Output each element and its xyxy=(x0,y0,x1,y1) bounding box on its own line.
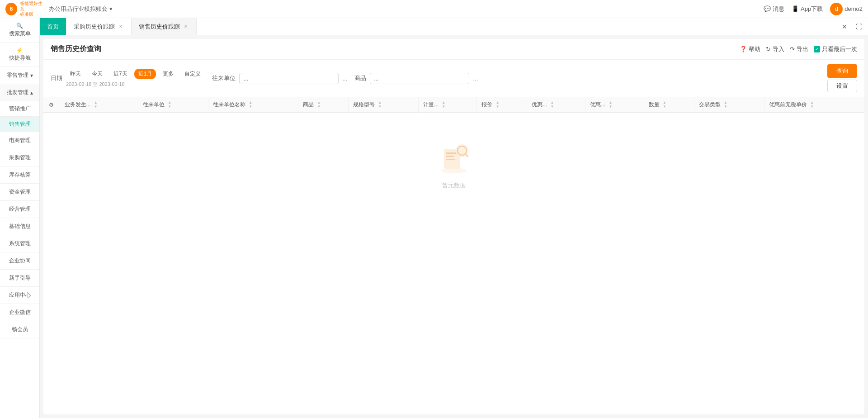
partner-filter-dots[interactable]: ... xyxy=(342,75,347,82)
sidebar-item-ecommerce[interactable]: 电商管理 xyxy=(0,132,39,149)
th-quote[interactable]: 报价 ▲ ▼ xyxy=(477,97,527,113)
tab-purchase-history[interactable]: 采购历史价跟踪 ✕ xyxy=(66,18,132,35)
sidebar-item-marketing[interactable]: 营销推广 xyxy=(0,101,39,117)
sidebar-item-basic-info[interactable]: 基础信息 xyxy=(0,218,39,235)
top-header: 6 畅捷通好生意 标准版 办公用品行业模拟账套 ▾ 💬 消息 📱 App下载 d… xyxy=(0,0,868,18)
sidebar-item-purchase[interactable]: 采购管理 xyxy=(0,149,39,166)
th-qty[interactable]: 数量 ▲ ▼ xyxy=(644,97,694,113)
th-unit[interactable]: 计量... ▲ ▼ xyxy=(419,97,477,113)
svg-rect-4 xyxy=(446,159,455,160)
page-header: 销售历史价查询 ❓ 帮助 ↻ 导入 ↷ 导出 ✓ xyxy=(43,39,864,60)
shortcuts-icon: ⚡ xyxy=(16,47,23,53)
tab-sales-history-close[interactable]: ✕ xyxy=(183,24,189,30)
sort-arrows-qty: ▲ ▼ xyxy=(663,101,666,109)
sidebar-item-shortcuts-label: 快捷导航 xyxy=(9,54,31,62)
user-action[interactable]: d demo2 xyxy=(830,3,863,15)
sidebar-item-enterprise[interactable]: 企业协同 xyxy=(0,252,39,270)
sidebar-item-search[interactable]: 🔍 搜索菜单 xyxy=(0,18,39,43)
export-button[interactable]: ↷ 导出 xyxy=(790,45,808,53)
export-label: 导出 xyxy=(797,45,808,53)
header-right: 💬 消息 📱 App下载 d demo2 xyxy=(764,3,863,15)
sidebar-item-operations-label: 经营管理 xyxy=(9,205,31,213)
partner-filter-input[interactable] xyxy=(239,73,339,84)
th-discount2[interactable]: 优惠... ▲ ▼ xyxy=(585,97,644,113)
tab-home[interactable]: 首页 xyxy=(40,18,66,35)
logo-icon: 6 xyxy=(5,3,17,15)
sidebar-item-purchase-label: 采购管理 xyxy=(9,154,31,162)
sidebar-item-enterprise-label: 企业协同 xyxy=(9,257,31,265)
help-label: 帮助 xyxy=(749,45,760,53)
sort-arrows-unit: ▲ ▼ xyxy=(442,101,445,109)
th-product[interactable]: 商品 ▲ ▼ xyxy=(298,97,349,113)
date-btn-more[interactable]: 更多 xyxy=(159,69,178,79)
sort-arrows-quote: ▲ ▼ xyxy=(496,101,500,109)
search-icon: 🔍 xyxy=(16,23,23,29)
sidebar-item-sales-mgmt[interactable]: 销售管理 xyxy=(0,117,39,132)
sidebar-item-guide[interactable]: 新手引导 xyxy=(0,270,39,287)
sidebar-item-operations[interactable]: 经营管理 xyxy=(0,201,39,218)
th-trade-type[interactable]: 交易类型 ▲ ▼ xyxy=(694,97,764,113)
sidebar-item-retail[interactable]: 零售管理 ▾ xyxy=(0,67,39,84)
wholesale-arrow-icon: ▴ xyxy=(30,90,33,96)
tab-purchase-history-label: 采购历史价跟踪 xyxy=(74,23,115,31)
th-spec[interactable]: 规格型号 ▲ ▼ xyxy=(349,97,419,113)
product-filter-input[interactable] xyxy=(370,73,469,84)
message-action[interactable]: 💬 消息 xyxy=(764,5,784,13)
tab-purchase-history-close[interactable]: ✕ xyxy=(118,24,124,30)
sidebar-item-finance[interactable]: 资金管理 xyxy=(0,184,39,201)
date-btn-today[interactable]: 今天 xyxy=(88,69,107,79)
import-button[interactable]: ↻ 导入 xyxy=(766,45,784,53)
main-layout: 🔍 搜索菜单 ⚡ 快捷导航 零售管理 ▾ 批发管理 ▴ 营销推广 销售管理 电商… xyxy=(0,18,868,418)
table-header-row: ⚙ 业务发生... ▲ ▼ 往来单位 xyxy=(43,97,864,113)
sidebar-item-system[interactable]: 系统管理 xyxy=(0,235,39,252)
date-range-text: 2023-02-18 至 2023-03-18 xyxy=(66,81,205,88)
breadcrumb-selector[interactable]: 办公用品行业模拟账套 ▾ xyxy=(49,5,113,13)
sidebar-item-app-center[interactable]: 应用中心 xyxy=(0,287,39,304)
date-btn-1month[interactable]: 近1月 xyxy=(134,69,156,79)
svg-rect-2 xyxy=(446,152,457,154)
empty-text: 暂元数据 xyxy=(442,181,466,190)
sidebar-item-shortcuts[interactable]: ⚡ 快捷导航 xyxy=(0,43,39,67)
settings-button[interactable]: 设置 xyxy=(827,80,857,92)
tab-bar: 首页 采购历史价跟踪 ✕ 销售历史价跟踪 ✕ ✕ ⛶ xyxy=(40,18,868,35)
sidebar-item-sales-mgmt-label: 销售管理 xyxy=(9,121,31,127)
product-filter-dots[interactable]: ... xyxy=(473,75,478,82)
sort-arrows-discount1: ▲ ▼ xyxy=(551,101,554,109)
sidebar-item-marketing-label: 营销推广 xyxy=(9,105,31,112)
th-gear[interactable]: ⚙ xyxy=(43,97,60,113)
th-biz-date[interactable]: 业务发生... ▲ ▼ xyxy=(60,97,138,113)
query-button[interactable]: 查询 xyxy=(827,64,857,78)
sidebar-item-inventory[interactable]: 库存核算 xyxy=(0,166,39,184)
tab-close-all-button[interactable]: ✕ xyxy=(839,21,850,32)
breadcrumb-text: 办公用品行业模拟账套 xyxy=(49,5,108,13)
partner-filter-group: 往来单位 ... xyxy=(212,73,347,84)
message-icon: 💬 xyxy=(764,5,771,12)
tab-bar-actions: ✕ ⛶ xyxy=(839,21,868,32)
date-btn-7days[interactable]: 近7天 xyxy=(109,69,132,79)
sidebar-item-wechat-label: 企业微信 xyxy=(9,309,31,316)
last-only-checkbox[interactable]: ✓ 只看最后一次 xyxy=(814,45,857,53)
breadcrumb-arrow-icon: ▾ xyxy=(109,5,113,12)
th-pre-tax-price[interactable]: 优惠前无税单价 ▲ ▼ xyxy=(764,97,864,113)
date-btn-yesterday[interactable]: 昨天 xyxy=(66,69,85,79)
th-discount1[interactable]: 优惠... ▲ ▼ xyxy=(527,97,585,113)
sidebar-item-member[interactable]: 畅会员 xyxy=(0,321,39,338)
date-filter-buttons: 昨天 今天 近7天 近1月 更多 自定义 xyxy=(66,69,205,79)
help-button[interactable]: ❓ 帮助 xyxy=(740,45,760,53)
logo-text: 畅捷通好生意 标准版 xyxy=(20,1,45,17)
date-btn-custom[interactable]: 自定义 xyxy=(180,69,205,79)
tab-expand-button[interactable]: ⛶ xyxy=(854,21,864,32)
app-download-action[interactable]: 📱 App下载 xyxy=(792,5,823,13)
sidebar-item-wholesale[interactable]: 批发管理 ▴ xyxy=(0,84,39,101)
user-name: demo2 xyxy=(844,5,863,12)
sort-arrows-partner-name: ▲ ▼ xyxy=(249,101,252,109)
partner-filter-label: 往来单位 xyxy=(212,74,236,82)
tab-sales-history[interactable]: 销售历史价跟踪 ✕ xyxy=(132,18,197,35)
th-partner-code[interactable]: 往来单位 ▲ ▼ xyxy=(138,97,208,113)
help-icon: ❓ xyxy=(740,46,747,52)
date-filter-label: 日期 xyxy=(51,74,62,82)
checkbox-checked-icon: ✓ xyxy=(814,46,820,52)
sidebar-item-wechat[interactable]: 企业微信 xyxy=(0,304,39,321)
sidebar-item-retail-label: 零售管理 xyxy=(7,71,28,79)
th-partner-name[interactable]: 往来单位名称 ▲ ▼ xyxy=(208,97,298,113)
